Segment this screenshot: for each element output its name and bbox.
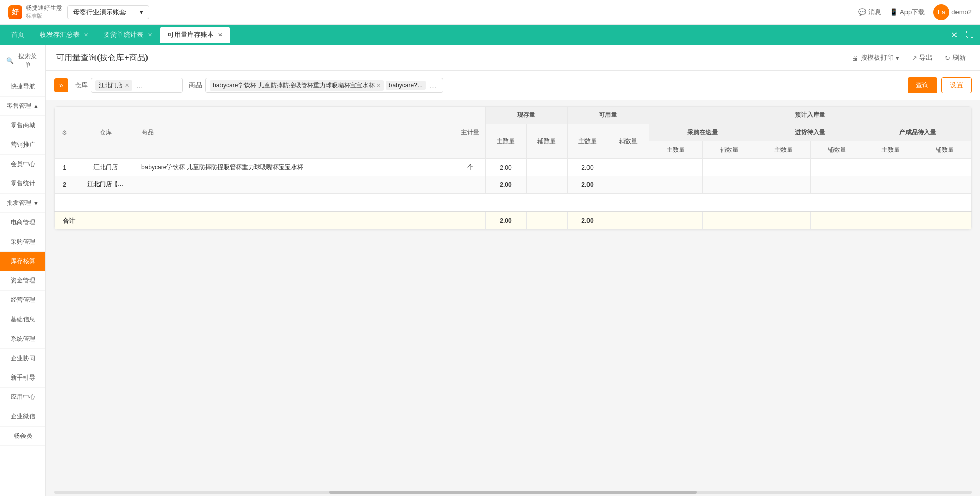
total-incoming-main [756, 212, 810, 230]
th-available: 可用量 [567, 107, 649, 124]
template-print-button[interactable]: 🖨 按模板打印 ▾ [848, 51, 903, 64]
subtotal-warehouse: 江北门店【... [75, 176, 136, 194]
sidebar-item-enterprise[interactable]: 企业协同 [0, 349, 45, 368]
sidebar-item-app-center[interactable]: 应用中心 [0, 388, 45, 407]
sidebar-item-purchase[interactable]: 采购管理 [0, 232, 45, 252]
subtotal-current-main: 2.00 [485, 176, 526, 194]
warehouse-label: 仓库 [75, 81, 88, 90]
table-settings-icon[interactable]: ⚙ [62, 129, 67, 136]
sidebar-item-ecommerce[interactable]: 电商管理 [0, 213, 45, 232]
logo-area: 好 畅捷通好生意 标准版 [8, 4, 62, 20]
horizontal-scrollbar[interactable] [46, 488, 980, 496]
subtotal-unit [455, 176, 485, 194]
sidebar-item-retail-stats[interactable]: 零售统计 [0, 174, 45, 194]
tab-income-expense[interactable]: 收发存汇总表 ✕ [33, 27, 95, 43]
sidebar-item-retail-mall[interactable]: 零售商城 [0, 116, 45, 135]
total-unit [455, 212, 485, 230]
sidebar-item-basic[interactable]: 基础信息 [0, 310, 45, 329]
close-all-tabs-button[interactable]: ✕ [949, 28, 960, 42]
tab-available-stock[interactable]: 可用量库存账本 ✕ [160, 27, 230, 43]
sidebar-search-area: 🔍 搜索菜单 [0, 45, 45, 77]
sidebar-item-operations[interactable]: 经营管理 [0, 291, 45, 310]
sidebar-item-enterprise-wechat[interactable]: 企业微信 [0, 407, 45, 427]
sidebar-item-finance[interactable]: 资金管理 [0, 271, 45, 291]
maximize-button[interactable]: ⛶ [964, 28, 976, 41]
page-header: 可用量查询(按仓库+商品) 🖨 按模板打印 ▾ ↗ 导出 ↻ 刷新 [46, 45, 980, 71]
tab-income-expense-close[interactable]: ✕ [84, 32, 88, 38]
tab-order-stats[interactable]: 要货单统计表 ✕ [96, 27, 159, 43]
total-production-main [864, 212, 918, 230]
sidebar-item-member2[interactable]: 畅会员 [0, 427, 45, 446]
sidebar-item-system-label: 系统管理 [11, 335, 35, 343]
quick-nav-label: 快捷导航 [11, 82, 35, 91]
tab-order-stats-label: 要货单统计表 [104, 30, 143, 39]
empty-row [55, 194, 972, 212]
row-purchase-transit-aux-1 [702, 159, 756, 176]
filter-expand-button[interactable]: » [54, 78, 68, 92]
sidebar-item-enterprise-wechat-label: 企业微信 [11, 412, 35, 421]
warehouse-input[interactable]: 江北门店 ✕ ... [91, 78, 183, 93]
row-production-main-1 [864, 159, 918, 176]
tenant-selector[interactable]: 母婴行业演示账套 ▾ [67, 5, 149, 19]
logo-icon: 好 [8, 5, 22, 19]
nav-actions: ✕ ⛶ [949, 28, 976, 42]
total-incoming-aux [810, 212, 864, 230]
data-table: ⚙ 仓库 商品 主计量 现存量 可用量 预计入库量 主数量 辅数量 主数量 辅数… [54, 106, 972, 230]
row-production-aux-1 [918, 159, 971, 176]
message-button[interactable]: 💬 消息 [858, 8, 881, 17]
subtotal-current-aux [526, 176, 567, 194]
product-more-icon[interactable]: ... [428, 81, 438, 90]
row-warehouse-1: 江北门店 [75, 159, 136, 176]
product-input[interactable]: babycare学饮杯 儿童防摔防撞吸管杯重力球吸嘴杯宝宝水杯 ✕ babyca… [205, 78, 443, 93]
top-bar: 好 畅捷通好生意 标准版 母婴行业演示账套 ▾ 💬 消息 📱 App下载 Ea … [0, 0, 980, 25]
row-available-main-1: 2.00 [567, 159, 608, 176]
warehouse-more-icon[interactable]: ... [134, 81, 145, 90]
tab-home[interactable]: 首页 [4, 27, 32, 43]
sidebar-item-inventory[interactable]: 库存核算 [0, 252, 45, 271]
product-tag1-close[interactable]: ✕ [376, 82, 381, 89]
query-button[interactable]: 查询 [908, 77, 937, 93]
row-num-1: 1 [55, 159, 75, 176]
total-current-main: 2.00 [485, 212, 526, 230]
app-download-button[interactable]: 📱 App下载 [890, 8, 925, 17]
tab-available-stock-close[interactable]: ✕ [218, 32, 223, 38]
search-menu-button[interactable]: 🔍 搜索菜单 [4, 49, 41, 73]
sidebar-item-retail-mall-label: 零售商城 [11, 121, 35, 130]
sidebar-item-newbie[interactable]: 新手引导 [0, 368, 45, 388]
filter-area: » 仓库 江北门店 ✕ ... 商品 babycare学饮杯 儿童防摔防撞吸管杯… [46, 71, 980, 100]
subtotal-production-main [864, 176, 918, 194]
row-incoming-aux-1 [810, 159, 864, 176]
template-print-label: 按模板打印 [861, 53, 894, 62]
export-button[interactable]: ↗ 导出 [908, 51, 937, 64]
scroll-track [54, 491, 972, 494]
th-production-main: 主数量 [864, 141, 918, 159]
sidebar-item-quick-nav[interactable]: 快捷导航 [0, 77, 45, 97]
search-menu-label: 搜索菜单 [16, 52, 39, 69]
sidebar-item-retail[interactable]: 零售管理 ▲ [0, 97, 45, 116]
sidebar-item-member[interactable]: 会员中心 [0, 155, 45, 174]
logo-text: 畅捷通好生意 [26, 4, 62, 12]
top-bar-right: 💬 消息 📱 App下载 Ea demo2 [858, 4, 972, 20]
warehouse-tag-close[interactable]: ✕ [125, 82, 129, 89]
user-profile[interactable]: Ea demo2 [933, 4, 972, 20]
refresh-button[interactable]: ↻ 刷新 [941, 51, 970, 64]
tab-order-stats-close[interactable]: ✕ [148, 32, 152, 38]
chevron-down-icon: ▾ [140, 8, 143, 16]
th-purchase-transit: 采购在途量 [649, 124, 756, 141]
subtotal-purchase-transit-aux [702, 176, 756, 194]
sidebar-item-app-center-label: 应用中心 [11, 393, 35, 401]
sidebar-item-finance-label: 资金管理 [11, 276, 35, 285]
subtotal-incoming-aux [810, 176, 864, 194]
settings-button[interactable]: 设置 [941, 77, 972, 93]
content-area: 可用量查询(按仓库+商品) 🖨 按模板打印 ▾ ↗ 导出 ↻ 刷新 » [46, 45, 980, 496]
total-row: 合计 2.00 2.00 [55, 212, 972, 230]
sidebar: 🔍 搜索菜单 快捷导航 零售管理 ▲ 零售商城 营销推广 会员中心 零售统计 批… [0, 45, 46, 496]
sidebar-item-marketing[interactable]: 营销推广 [0, 135, 45, 155]
search-icon: 🔍 [6, 57, 14, 64]
page-title: 可用量查询(按仓库+商品) [56, 53, 148, 63]
printer-icon: 🖨 [852, 54, 859, 62]
sidebar-item-wholesale[interactable]: 批发管理 ▼ [0, 194, 45, 213]
mobile-icon: 📱 [890, 8, 898, 16]
table-row: 1 江北门店 babycare学饮杯 儿童防摔防撞吸管杯重力球吸嘴杯宝宝水杯 个… [55, 159, 972, 176]
sidebar-item-system[interactable]: 系统管理 [0, 329, 45, 349]
